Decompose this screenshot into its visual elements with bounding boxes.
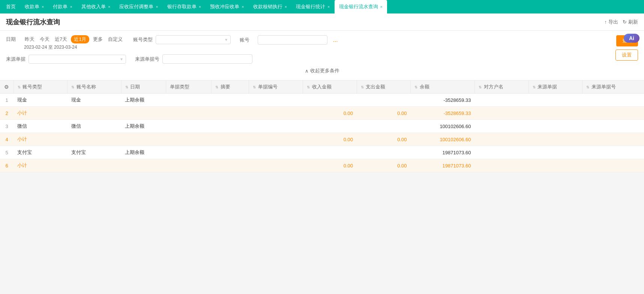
table-row[interactable]: 4小计0.000.00100102606.60 bbox=[0, 133, 644, 146]
table-cell: 微信 bbox=[68, 120, 122, 133]
table-row[interactable]: 1现金现金上期余额-3528659.33 bbox=[0, 94, 644, 107]
th-account-type[interactable]: ⇅ 账号类型 bbox=[14, 81, 68, 94]
row-num: 2 bbox=[0, 107, 14, 120]
table-cell bbox=[528, 107, 582, 120]
nav-tab-close-0[interactable]: × bbox=[42, 4, 44, 9]
nav-tab-close-8[interactable]: × bbox=[380, 4, 383, 9]
table-cell bbox=[249, 159, 303, 172]
table-row[interactable]: 3微信微信上期余额100102606.60 bbox=[0, 120, 644, 133]
nav-tab-7[interactable]: 现金银行统计 × bbox=[291, 0, 334, 13]
source-doc-label: 来源单据 bbox=[6, 56, 26, 63]
export-label: 导出 bbox=[608, 19, 618, 25]
nav-tab-3[interactable]: 应收应付调整单 × bbox=[115, 0, 162, 13]
sort-icon-counterparty: ⇅ bbox=[479, 85, 482, 89]
th-expense[interactable]: ⇅ 支出金额 bbox=[357, 81, 411, 94]
source-doc-select[interactable]: ▾ bbox=[29, 55, 126, 64]
chevron-down-icon: ▾ bbox=[225, 37, 227, 42]
date-option-7days[interactable]: 近7天 bbox=[53, 35, 69, 43]
th-doc-type-label: 单据类型 bbox=[170, 84, 189, 90]
export-icon: ↑ bbox=[605, 19, 607, 25]
table-cell bbox=[166, 120, 211, 133]
table-cell bbox=[582, 107, 644, 120]
sort-icon-account-type: ⇅ bbox=[18, 85, 21, 89]
sort-icon-source-doc-no: ⇅ bbox=[586, 85, 589, 89]
collapse-up-icon: ∧ bbox=[305, 68, 309, 74]
account-type-select[interactable]: ▾ bbox=[156, 35, 231, 44]
table-cell bbox=[249, 133, 303, 146]
nav-tab-0[interactable]: 收款单 × bbox=[20, 0, 48, 13]
source-doc-no-input[interactable] bbox=[162, 54, 252, 64]
sort-icon-income: ⇅ bbox=[307, 85, 310, 89]
nav-tab-close-2[interactable]: × bbox=[108, 4, 110, 9]
th-counterparty[interactable]: ⇅ 对方户名 bbox=[475, 81, 529, 94]
account-no-label: 账号 bbox=[240, 37, 255, 43]
table-cell bbox=[528, 146, 582, 159]
th-date[interactable]: ⇅ 日期 bbox=[121, 81, 166, 94]
source-doc-no-label: 来源单据号 bbox=[135, 56, 159, 63]
header-actions: ↑ 导出 ↻ 刷新 bbox=[605, 19, 638, 25]
th-doc-type[interactable]: 单据类型 bbox=[166, 81, 211, 94]
table-cell: 小计 bbox=[14, 159, 68, 172]
table-container: ⚙ ⇅ 账号类型 ⇅ 账号名称 ⇅ 日期 单据类型 ⇅ bbox=[0, 81, 644, 172]
table-row[interactable]: 5支付宝支付宝上期余额19871073.60 bbox=[0, 146, 644, 159]
nav-bar: 首页 收款单 × 付款单 × 其他收入单 × 应收应付调整单 × 银行存取款单 … bbox=[0, 0, 644, 13]
th-account-type-label: 账号类型 bbox=[23, 84, 42, 90]
gear-icon[interactable]: ⚙ bbox=[4, 84, 9, 90]
account-no-dots-button[interactable]: ... bbox=[330, 37, 340, 43]
date-option-more[interactable]: 更多 bbox=[92, 35, 104, 43]
date-options: 昨天 今天 近7天 近1月 更多 自定义 bbox=[23, 35, 124, 43]
table-cell bbox=[357, 94, 411, 107]
nav-tab-1[interactable]: 付款单 × bbox=[48, 0, 77, 13]
row-num: 1 bbox=[0, 94, 14, 107]
nav-tab-4[interactable]: 银行存取款单 × bbox=[163, 0, 206, 13]
nav-tab-2[interactable]: 其他收入单 × bbox=[77, 0, 115, 13]
nav-tab-label-5: 预收冲应收单 bbox=[210, 3, 239, 10]
nav-tab-close-7[interactable]: × bbox=[327, 4, 330, 9]
th-source-doc-no[interactable]: ⇅ 来源单据号 bbox=[582, 81, 644, 94]
table-cell: 支付宝 bbox=[14, 146, 68, 159]
table-cell bbox=[121, 159, 166, 172]
table-cell: 上期余额 bbox=[121, 94, 166, 107]
nav-home[interactable]: 首页 bbox=[2, 0, 20, 13]
refresh-icon: ↻ bbox=[623, 19, 627, 25]
th-summary[interactable]: ⇅ 摘要 bbox=[211, 81, 249, 94]
th-source-doc[interactable]: ⇅ 来源单据 bbox=[528, 81, 582, 94]
date-range-display[interactable]: 2023-02-24 至 2023-03-24 bbox=[24, 44, 124, 51]
date-option-today[interactable]: 今天 bbox=[38, 35, 51, 43]
export-button[interactable]: ↑ 导出 bbox=[605, 19, 618, 25]
th-income[interactable]: ⇅ 收入金额 bbox=[303, 81, 357, 94]
refresh-button[interactable]: ↻ 刷新 bbox=[623, 19, 638, 25]
date-option-1month[interactable]: 近1月 bbox=[71, 35, 89, 43]
collapse-button[interactable]: ∧ 收起更多条件 bbox=[305, 67, 339, 74]
th-account-name-label: 账号名称 bbox=[77, 84, 96, 90]
data-table: ⚙ ⇅ 账号类型 ⇅ 账号名称 ⇅ 日期 单据类型 ⇅ bbox=[0, 81, 644, 172]
table-row[interactable]: 6小计0.000.0019871073.60 bbox=[0, 159, 644, 172]
date-option-yesterday[interactable]: 昨天 bbox=[23, 35, 36, 43]
table-cell: 19871073.60 bbox=[411, 159, 475, 172]
th-balance[interactable]: ⇅ 余额 bbox=[411, 81, 475, 94]
nav-tab-close-5[interactable]: × bbox=[242, 4, 244, 9]
settings-button[interactable]: 设置 bbox=[615, 49, 638, 61]
nav-tab-label-8: 现金银行流水查询 bbox=[339, 3, 378, 10]
table-cell bbox=[475, 159, 529, 172]
nav-tab-8[interactable]: 现金银行流水查询 × bbox=[335, 0, 387, 13]
page-title: 现金银行流水查询 bbox=[6, 18, 60, 27]
table-cell bbox=[475, 94, 529, 107]
nav-tab-close-1[interactable]: × bbox=[70, 4, 72, 9]
th-doc-no[interactable]: ⇅ 单据编号 bbox=[249, 81, 303, 94]
sort-icon-expense: ⇅ bbox=[361, 85, 364, 89]
nav-tab-close-3[interactable]: × bbox=[156, 4, 158, 9]
table-row[interactable]: 2小计0.000.00-3528659.33 bbox=[0, 107, 644, 120]
nav-tab-6[interactable]: 收款核销执行 × bbox=[249, 0, 291, 13]
nav-tab-5[interactable]: 预收冲应收单 × bbox=[206, 0, 248, 13]
account-no-input[interactable] bbox=[258, 35, 327, 45]
nav-tab-close-6[interactable]: × bbox=[285, 4, 287, 9]
nav-tab-close-4[interactable]: × bbox=[199, 4, 201, 9]
ai-button[interactable]: Ai bbox=[624, 34, 639, 43]
th-settings[interactable]: ⚙ bbox=[0, 81, 14, 94]
table-cell: 100102606.60 bbox=[411, 133, 475, 146]
table-cell: -3528659.33 bbox=[411, 94, 475, 107]
th-account-name[interactable]: ⇅ 账号名称 bbox=[68, 81, 122, 94]
table-cell bbox=[303, 146, 357, 159]
date-option-custom[interactable]: 自定义 bbox=[107, 35, 124, 43]
